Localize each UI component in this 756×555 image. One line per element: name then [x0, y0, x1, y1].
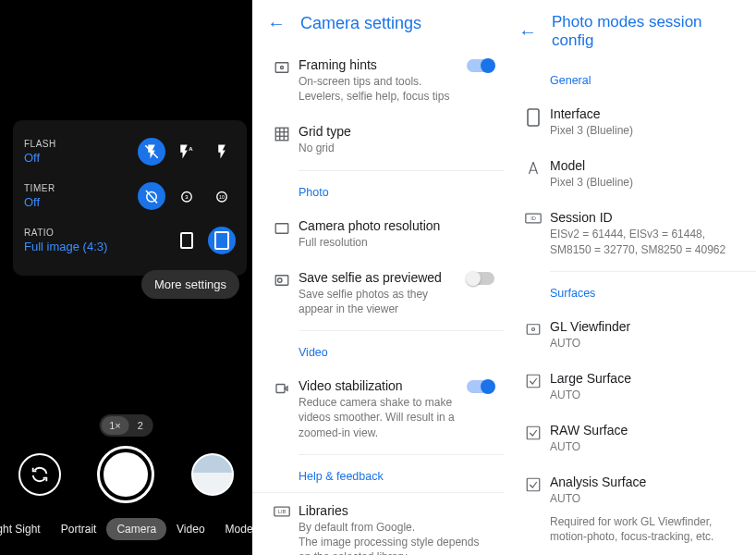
session-title: Session ID	[550, 210, 741, 225]
svg-rect-9	[215, 232, 228, 249]
svg-rect-20	[276, 385, 285, 393]
resolution-icon	[265, 218, 299, 237]
selfie-item[interactable]: Save selfie as previewed Save selfie pho…	[252, 260, 504, 327]
stabilization-icon	[265, 378, 299, 397]
model-item[interactable]: Model Pixel 3 (Blueline)	[504, 148, 756, 200]
zoom-control: 1× 2	[99, 414, 153, 437]
phone-icon	[517, 106, 550, 127]
id-icon: ID	[517, 210, 550, 225]
svg-rect-35	[527, 426, 540, 439]
mode-camera[interactable]: Camera	[106, 518, 166, 540]
model-title: Model	[550, 158, 741, 173]
section-photo: Photo	[252, 175, 504, 208]
raw-surface-item[interactable]: RAW Surface AUTO	[504, 413, 756, 464]
svg-rect-36	[527, 479, 540, 492]
svg-text:3: 3	[185, 194, 189, 200]
back-arrow-icon[interactable]: ←	[518, 21, 537, 43]
large-surface-item[interactable]: Large Surface AUTO	[504, 361, 756, 413]
grid-type-item[interactable]: Grid type No grid	[252, 114, 504, 166]
checkbox-icon	[517, 371, 550, 389]
svg-rect-8	[181, 233, 192, 248]
svg-text:10: 10	[219, 194, 225, 200]
timer-3s-icon[interactable]: 3	[173, 182, 201, 210]
grid-sub: No grid	[299, 141, 489, 155]
libs-title: Libraries	[299, 503, 489, 518]
large-title: Large Surface	[550, 371, 741, 386]
selfie-icon	[265, 270, 299, 289]
stabilization-item[interactable]: Video stabilization Reduce camera shake …	[252, 368, 504, 450]
session-sub: EISv2 = 61444, EISv3 = 61448, SM8150 = 3…	[550, 227, 741, 256]
svg-rect-29	[528, 109, 539, 126]
framing-toggle[interactable]	[467, 59, 494, 72]
flash-auto-icon[interactable]: A	[173, 138, 201, 166]
stab-title: Video stabilization	[299, 378, 461, 393]
svg-text:A: A	[189, 146, 193, 152]
svg-text:ID: ID	[530, 216, 536, 222]
framing-hints-item[interactable]: Framing hints On-screen tips and tools. …	[252, 47, 504, 114]
libraries-item[interactable]: LIB Libraries By default from Google. Th…	[252, 493, 504, 555]
gallery-thumbnail-button[interactable]	[191, 453, 234, 496]
mode-selector: Night Sight Portrait Camera Video Modes	[0, 518, 252, 540]
analysis-surface-item[interactable]: Analysis Surface AUTO Required for work …	[504, 464, 756, 554]
mode-video[interactable]: Video	[166, 518, 214, 540]
debug-header: ← Photo modes session config	[504, 0, 756, 63]
settings-header: ← Camera settings	[252, 0, 504, 47]
model-sub: Pixel 3 (Blueline)	[550, 175, 741, 190]
analysis-note: Required for work GL Viewfinder, motion-…	[550, 514, 741, 544]
switch-camera-button[interactable]	[18, 453, 61, 496]
libs-sub: By default from Google. The image proces…	[299, 520, 489, 555]
zoom-1x[interactable]: 1×	[101, 416, 129, 435]
svg-rect-10	[275, 63, 288, 73]
zoom-2x[interactable]: 2	[129, 416, 152, 435]
camera-settings-panel: ← Camera settings Framing hints On-scree…	[252, 0, 504, 555]
timer-10s-icon[interactable]: 10	[208, 182, 236, 210]
mode-modes[interactable]: Modes	[215, 518, 252, 540]
ratio-full-icon[interactable]	[208, 227, 236, 254]
checkbox-icon	[517, 423, 550, 441]
quick-settings-card: FLASH Off A TIMER Off 3 10 RATIO	[13, 120, 247, 276]
analysis-title: Analysis Surface	[550, 475, 741, 489]
libraries-icon: LIB	[265, 503, 299, 518]
section-help[interactable]: Help & feedback	[252, 459, 504, 492]
raw-title: RAW Surface	[550, 423, 741, 438]
large-sub: AUTO	[550, 388, 741, 402]
timer-value: Off	[24, 195, 55, 209]
glvf-sub: AUTO	[550, 336, 741, 351]
analysis-sub: AUTO	[550, 491, 741, 506]
stab-sub: Reduce camera shake to make videos smoot…	[299, 395, 461, 440]
svg-point-33	[532, 327, 535, 330]
flash-on-icon[interactable]	[208, 138, 236, 166]
selfie-toggle[interactable]	[467, 272, 494, 285]
grid-title: Grid type	[299, 124, 489, 139]
interface-item[interactable]: Interface Pixel 3 (Blueline)	[504, 96, 756, 148]
resolution-title: Camera photo resolution	[299, 218, 489, 233]
interface-title: Interface	[550, 106, 741, 121]
session-id-item[interactable]: ID Session ID EISv2 = 61444, EISv3 = 614…	[504, 200, 756, 266]
resolution-item[interactable]: Camera photo resolution Full resolution	[252, 208, 504, 260]
flash-row: FLASH Off A	[24, 130, 236, 174]
flash-off-icon[interactable]	[138, 138, 165, 166]
mode-portrait[interactable]: Portrait	[51, 518, 107, 540]
debug-title: Photo modes session config	[552, 13, 741, 50]
more-settings-button[interactable]: More settings	[141, 270, 239, 299]
svg-point-19	[278, 278, 283, 283]
gl-viewfinder-item[interactable]: GL Viewfinder AUTO	[504, 309, 756, 361]
framing-title: Framing hints	[299, 57, 461, 72]
timer-off-icon[interactable]	[138, 182, 165, 210]
ratio-crop-icon[interactable]	[173, 227, 201, 254]
glvf-title: GL Viewfinder	[550, 319, 741, 334]
debug-config-panel: ← Photo modes session config General Int…	[504, 0, 756, 555]
selfie-sub: Save selfie photos as they appear in the…	[299, 287, 461, 316]
grid-icon	[265, 124, 299, 142]
camera-app-panel: FLASH Off A TIMER Off 3 10 RATIO	[0, 0, 252, 555]
ratio-label: RATIO	[24, 228, 107, 238]
ratio-row: RATIO Full image (4:3)	[24, 218, 236, 263]
flash-value: Off	[24, 151, 56, 165]
mode-night-sight[interactable]: Night Sight	[0, 518, 51, 540]
framing-sub: On-screen tips and tools. Levelers, self…	[299, 74, 461, 104]
back-arrow-icon[interactable]: ←	[267, 13, 286, 34]
shutter-button[interactable]	[97, 446, 154, 503]
svg-rect-32	[527, 325, 540, 335]
stab-toggle[interactable]	[467, 380, 494, 393]
resolution-sub: Full resolution	[299, 235, 489, 250]
